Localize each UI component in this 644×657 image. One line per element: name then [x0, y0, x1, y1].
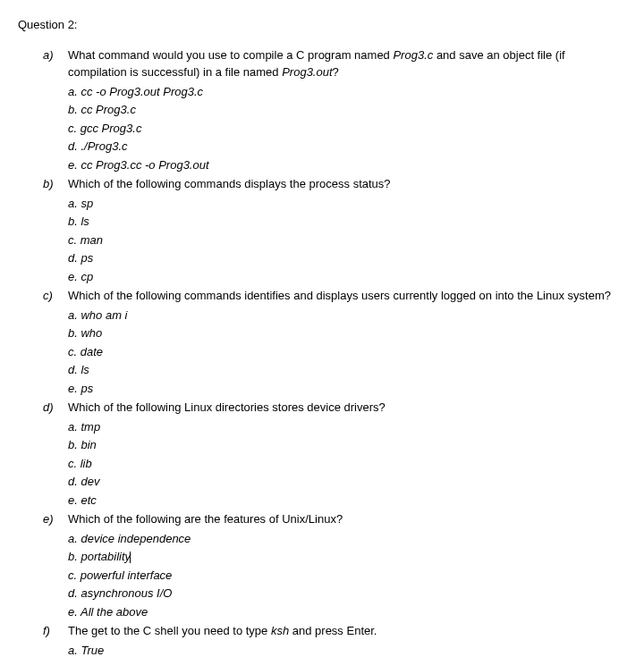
option-item: a. sp — [68, 195, 626, 213]
question-item: f)The get to the C shell you need to typ… — [68, 622, 626, 657]
option-item: b. cc Prog3.c — [68, 101, 626, 119]
options-list: a. device independenceb. portabilityc. p… — [68, 530, 626, 621]
option-marker: a. — [68, 420, 80, 434]
option-text: sp — [80, 197, 93, 210]
option-item: d. ps — [68, 249, 626, 267]
question-item: c)Which of the following commands identi… — [68, 287, 626, 397]
questions-list: a)What command would you use to compile … — [18, 46, 626, 658]
option-item: b. who — [68, 324, 626, 342]
question-text-part: Which of the following Linux directories… — [68, 400, 386, 414]
option-marker: c. — [68, 569, 80, 582]
question-text-part: Prog3.out — [282, 65, 332, 79]
question-title: Question 2: — [18, 18, 78, 31]
option-marker: e. — [68, 382, 80, 395]
option-marker: e. — [68, 605, 80, 619]
question-text-part: What command would you use to compile a … — [68, 48, 393, 62]
question-item: a)What command would you use to compile … — [68, 46, 626, 174]
text-cursor — [130, 552, 131, 563]
option-text: man — [80, 233, 103, 247]
question-text-part: ? — [333, 65, 339, 79]
option-item: a. device independence — [68, 530, 626, 548]
option-item: a. who am i — [68, 307, 626, 324]
option-marker: b. — [68, 550, 80, 563]
question-text-part: and press Enter. — [289, 624, 377, 637]
question-item: d)Which of the following Linux directori… — [68, 399, 626, 509]
question-marker: e) — [43, 510, 54, 528]
option-text: All the above — [80, 605, 148, 619]
option-text: cc Prog3.c — [80, 103, 135, 116]
option-item: a. cc -o Prog3.out Prog3.c — [68, 83, 626, 101]
question-item: b)Which of the following commands displa… — [68, 175, 626, 285]
option-item: b. ls — [68, 213, 626, 231]
option-item: d. dev — [68, 473, 626, 491]
option-item: e. cc Prog3.cc -o Prog3.out — [68, 156, 626, 174]
question-text-part: Which of the following commands identifi… — [68, 289, 611, 302]
option-text: etc — [80, 493, 96, 507]
option-item: e. cp — [68, 268, 626, 286]
option-text: bin — [80, 438, 96, 451]
option-text: ./Prog3.c — [80, 139, 127, 153]
question-text: Which of the following commands identifi… — [68, 287, 626, 305]
question-text: Which of the following commands displays… — [68, 175, 626, 193]
option-item: c. date — [68, 343, 626, 361]
question-text-part: The get to the C shell you need to type — [68, 624, 271, 637]
option-text: date — [80, 345, 103, 358]
option-marker: b. — [68, 438, 80, 451]
options-list: a. who am ib. whoc. dated. lse. ps — [68, 307, 626, 398]
option-item: b. portability — [68, 548, 626, 566]
options-list: a. Trueb. False — [68, 642, 626, 658]
question-text: Which of the following are the features … — [68, 510, 626, 528]
option-text: ps — [80, 251, 93, 265]
option-text: ps — [80, 382, 93, 395]
question-text: Which of the following Linux directories… — [68, 399, 626, 417]
option-marker: b. — [68, 326, 80, 340]
question-text: The get to the C shell you need to type … — [68, 622, 626, 640]
option-marker: a. — [68, 308, 80, 322]
option-marker: e. — [68, 270, 80, 283]
option-text: device independence — [80, 532, 191, 545]
option-marker: d. — [68, 251, 80, 265]
option-item: e. ps — [68, 380, 626, 398]
options-list: a. cc -o Prog3.out Prog3.cb. cc Prog3.cc… — [68, 83, 626, 174]
option-marker: b. — [68, 103, 80, 116]
question-marker: a) — [43, 46, 54, 64]
option-text: asynchronous I/O — [80, 586, 172, 600]
option-marker: d. — [68, 475, 80, 488]
option-text: ls — [80, 215, 89, 228]
option-text: who am i — [80, 308, 127, 322]
option-text: cc -o Prog3.out Prog3.c — [80, 85, 203, 98]
option-marker: c. — [68, 233, 80, 247]
option-marker: a. — [68, 644, 80, 657]
option-text: lib — [80, 457, 92, 470]
option-item: c. man — [68, 232, 626, 249]
option-marker: c. — [68, 122, 80, 135]
question-header: Question 2: — [18, 16, 626, 34]
option-text: cp — [80, 270, 93, 283]
option-text: gcc Prog3.c — [80, 122, 142, 135]
option-item: a. True — [68, 642, 626, 658]
option-marker: a. — [68, 532, 80, 545]
option-marker: e. — [68, 158, 80, 172]
option-marker: d. — [68, 139, 80, 153]
option-text: ls — [80, 363, 89, 376]
option-text: portability — [80, 550, 131, 563]
question-marker: d) — [43, 399, 54, 417]
option-text: True — [80, 644, 104, 657]
question-text: What command would you use to compile a … — [68, 46, 626, 81]
option-text: who — [80, 326, 102, 340]
option-item: d. asynchronous I/O — [68, 585, 626, 602]
question-text-part: Which of the following are the features … — [68, 512, 343, 526]
question-text-part: Which of the following commands displays… — [68, 177, 391, 190]
option-item: e. etc — [68, 492, 626, 510]
option-marker: d. — [68, 363, 80, 376]
option-text: dev — [80, 475, 99, 488]
option-text: tmp — [80, 420, 100, 434]
option-item: a. tmp — [68, 418, 626, 436]
option-item: c. powerful interface — [68, 567, 626, 585]
question-text-part: ksh — [271, 624, 289, 637]
option-item: d. ./Prog3.c — [68, 138, 626, 156]
option-item: c. lib — [68, 455, 626, 473]
question-text-part: Prog3.c — [393, 48, 433, 62]
question-marker: b) — [43, 175, 54, 193]
options-list: a. spb. lsc. mand. pse. cp — [68, 195, 626, 286]
